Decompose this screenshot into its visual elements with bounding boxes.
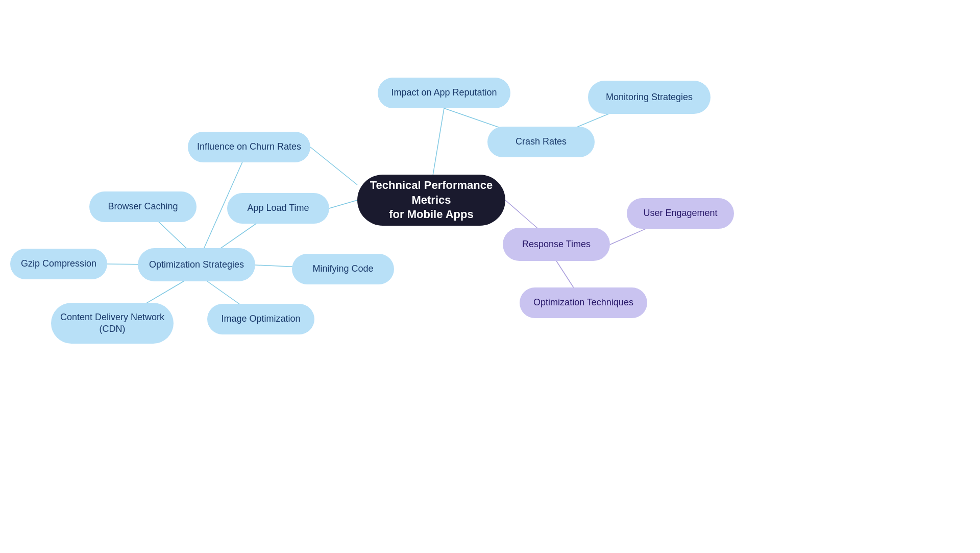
appload-node[interactable]: App Load Time xyxy=(227,193,329,224)
gzip-label: Gzip Compression xyxy=(21,258,96,270)
monitoring-label: Monitoring Strategies xyxy=(606,91,693,103)
svg-line-1 xyxy=(310,147,357,185)
appload-label: App Load Time xyxy=(247,202,309,214)
center-label: Technical Performance Metricsfor Mobile … xyxy=(357,178,505,222)
browser-label: Browser Caching xyxy=(108,201,178,212)
impact-label: Impact on App Reputation xyxy=(391,87,497,99)
image-node[interactable]: Image Optimization xyxy=(207,304,314,334)
browser-node[interactable]: Browser Caching xyxy=(89,191,197,222)
influence-label: Influence on Churn Rates xyxy=(197,141,301,153)
gzip-node[interactable]: Gzip Compression xyxy=(10,249,107,279)
impact-node[interactable]: Impact on App Reputation xyxy=(378,78,510,108)
response-label: Response Times xyxy=(522,238,591,250)
engagement-node[interactable]: User Engagement xyxy=(627,198,734,229)
svg-line-0 xyxy=(329,200,357,208)
minify-label: Minifying Code xyxy=(312,263,373,275)
response-node[interactable]: Response Times xyxy=(503,228,610,261)
cdn-label: Content Delivery Network(CDN) xyxy=(60,311,164,335)
monitoring-node[interactable]: Monitoring Strategies xyxy=(588,81,710,114)
image-label: Image Optimization xyxy=(221,313,300,325)
svg-line-9 xyxy=(431,108,444,185)
cdn-node[interactable]: Content Delivery Network(CDN) xyxy=(51,303,174,344)
crash-label: Crash Rates xyxy=(516,136,567,148)
influence-node[interactable]: Influence on Churn Rates xyxy=(188,132,310,162)
crash-node[interactable]: Crash Rates xyxy=(487,127,595,157)
engagement-label: User Engagement xyxy=(643,207,717,219)
optimization-node[interactable]: Optimization Strategies xyxy=(138,248,255,281)
opttech-label: Optimization Techniques xyxy=(533,297,633,308)
center-node[interactable]: Technical Performance Metricsfor Mobile … xyxy=(357,175,505,226)
opttech-node[interactable]: Optimization Techniques xyxy=(520,287,647,318)
minify-node[interactable]: Minifying Code xyxy=(292,254,394,284)
optimization-label: Optimization Strategies xyxy=(149,259,244,271)
